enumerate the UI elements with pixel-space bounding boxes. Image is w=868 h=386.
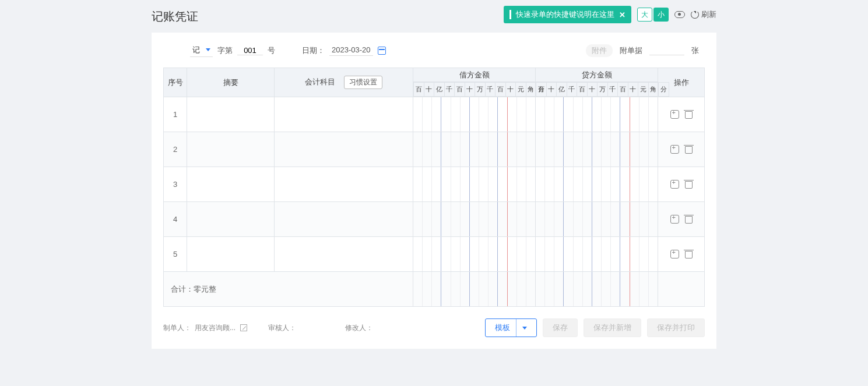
summary-cell[interactable] bbox=[187, 132, 275, 167]
account-cell[interactable] bbox=[275, 167, 413, 202]
summary-input[interactable] bbox=[189, 100, 272, 115]
add-row-icon[interactable] bbox=[670, 145, 679, 154]
amount-cell[interactable] bbox=[413, 167, 536, 202]
voucher-type-select[interactable]: 记 bbox=[190, 45, 213, 57]
summary-cell[interactable] bbox=[187, 97, 275, 132]
col-account: 会计科目 习惯设置 bbox=[275, 68, 413, 97]
amount-cell[interactable] bbox=[413, 272, 536, 307]
delete-row-icon[interactable] bbox=[685, 145, 693, 154]
digit-label: 十 bbox=[424, 83, 434, 97]
digit-label: 十 bbox=[465, 83, 475, 97]
add-row-icon[interactable] bbox=[670, 180, 679, 189]
date-input[interactable]: 2023-03-20 bbox=[329, 45, 373, 56]
digit-label: 角 bbox=[526, 83, 536, 97]
eye-icon[interactable] bbox=[674, 11, 685, 18]
save-button: 保存 bbox=[543, 318, 578, 337]
digit-label: 元 bbox=[516, 83, 526, 97]
creator-value: 用友咨询顾... bbox=[195, 323, 236, 333]
digit-label: 十 bbox=[505, 83, 516, 97]
close-icon[interactable]: ✕ bbox=[619, 10, 625, 19]
template-button[interactable]: 模板 bbox=[485, 318, 537, 337]
amount-cell[interactable] bbox=[536, 202, 658, 237]
size-big-button[interactable]: 大 bbox=[637, 8, 652, 22]
digit-label: 千 bbox=[607, 83, 618, 97]
chevron-down-icon bbox=[206, 48, 210, 51]
attach-unit: 张 bbox=[691, 45, 699, 56]
delete-row-icon[interactable] bbox=[685, 110, 693, 119]
seq-cell: 3 bbox=[164, 167, 187, 202]
account-cell[interactable] bbox=[275, 237, 413, 272]
table-row: 5 bbox=[164, 237, 705, 272]
chevron-down-icon bbox=[522, 327, 527, 330]
hao-label: 号 bbox=[268, 45, 275, 56]
calendar-icon[interactable] bbox=[378, 47, 386, 55]
voucher-number-input[interactable] bbox=[237, 46, 263, 55]
seq-cell: 2 bbox=[164, 132, 187, 167]
date-label: 日期： bbox=[302, 45, 325, 56]
add-row-icon[interactable] bbox=[670, 215, 679, 224]
total-row: 合计：零元整 bbox=[164, 272, 705, 307]
delete-row-icon[interactable] bbox=[685, 250, 693, 258]
ops-cell bbox=[658, 132, 705, 167]
refresh-icon bbox=[691, 10, 699, 19]
digit-label: 亿 bbox=[557, 83, 567, 97]
amount-cell[interactable] bbox=[536, 97, 658, 132]
col-credit: 贷方金额 bbox=[536, 68, 658, 82]
digit-label: 十 bbox=[546, 83, 557, 97]
refresh-button[interactable]: 刷新 bbox=[691, 9, 716, 20]
ops-cell bbox=[658, 237, 705, 272]
amount-cell[interactable] bbox=[413, 237, 536, 272]
size-small-button[interactable]: 小 bbox=[653, 8, 669, 22]
digit-label: 角 bbox=[648, 83, 659, 97]
add-row-icon[interactable] bbox=[670, 250, 679, 258]
modifier-label: 修改人： bbox=[345, 323, 373, 333]
digit-label: 百 bbox=[618, 83, 628, 97]
add-row-icon[interactable] bbox=[670, 110, 679, 119]
col-seq: 序号 bbox=[164, 68, 187, 97]
digit-label: 亿 bbox=[434, 83, 445, 97]
digit-label: 百 bbox=[536, 83, 547, 97]
summary-cell[interactable] bbox=[187, 167, 275, 202]
delete-row-icon[interactable] bbox=[685, 215, 693, 224]
digit-label: 万 bbox=[598, 83, 608, 97]
shortcut-tip: 快速录单的快捷键说明在这里 ✕ bbox=[504, 6, 631, 23]
digit-label: 百 bbox=[496, 83, 506, 97]
ops-cell bbox=[658, 97, 705, 132]
digit-label: 百 bbox=[455, 83, 465, 97]
seq-cell: 4 bbox=[164, 202, 187, 237]
amount-cell[interactable] bbox=[413, 97, 536, 132]
account-cell[interactable] bbox=[275, 132, 413, 167]
creator-label: 制单人： bbox=[163, 323, 191, 333]
table-row: 3 bbox=[164, 167, 705, 202]
size-toggle: 大 小 bbox=[637, 8, 669, 22]
attach-label: 附单据 bbox=[620, 45, 642, 56]
summary-cell[interactable] bbox=[187, 237, 275, 272]
delete-row-icon[interactable] bbox=[685, 180, 693, 189]
table-row: 2 bbox=[164, 132, 705, 167]
digit-label: 万 bbox=[475, 83, 486, 97]
seq-cell: 5 bbox=[164, 237, 187, 272]
ops-cell bbox=[658, 202, 705, 237]
digit-label: 元 bbox=[638, 83, 649, 97]
table-row: 4 bbox=[164, 202, 705, 237]
amount-cell[interactable] bbox=[536, 272, 658, 307]
page-title: 记账凭证 bbox=[152, 9, 198, 24]
digit-label: 十 bbox=[628, 83, 638, 97]
col-summary: 摘要 bbox=[187, 68, 275, 97]
digit-label: 千 bbox=[567, 83, 577, 97]
amount-cell[interactable] bbox=[413, 132, 536, 167]
summary-cell[interactable] bbox=[187, 202, 275, 237]
tip-text: 快速录单的快捷键说明在这里 bbox=[516, 9, 614, 20]
amount-cell[interactable] bbox=[536, 237, 658, 272]
amount-cell[interactable] bbox=[413, 202, 536, 237]
account-cell[interactable] bbox=[275, 202, 413, 237]
table-row: 1 bbox=[164, 97, 705, 132]
amount-cell[interactable] bbox=[536, 167, 658, 202]
habit-settings-button[interactable]: 习惯设置 bbox=[344, 76, 382, 89]
amount-cell[interactable] bbox=[536, 132, 658, 167]
account-cell[interactable] bbox=[275, 97, 413, 132]
save-add-button: 保存并新增 bbox=[584, 318, 641, 337]
attach-count-input[interactable] bbox=[649, 46, 684, 55]
edit-icon[interactable] bbox=[240, 324, 247, 331]
seq-cell: 1 bbox=[164, 97, 187, 132]
